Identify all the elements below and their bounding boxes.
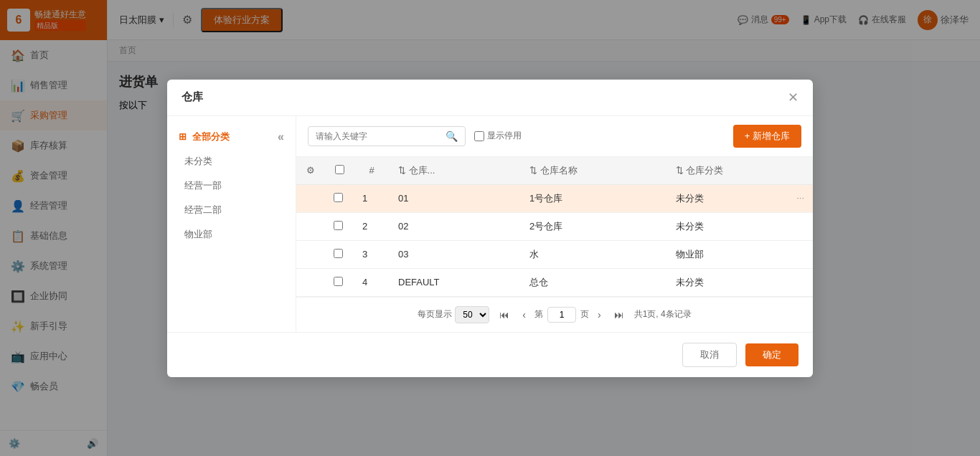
sort-icon3[interactable]: ⇅ [676, 165, 684, 176]
warehouse-dialog: 仓库 ✕ ⊞ 全部分类 « 未分类 经营一部 经营二部 物业部 [167, 80, 813, 377]
category-panel: ⊞ 全部分类 « 未分类 经营一部 经营二部 物业部 [167, 116, 296, 332]
row-check [325, 240, 354, 268]
category-item-property[interactable]: 物业部 [167, 222, 296, 247]
grid-icon: ⊞ [179, 131, 187, 142]
col-checkbox [325, 157, 354, 185]
dialog-header: 仓库 ✕ [167, 80, 813, 116]
row-name: 1号仓库 [521, 184, 666, 212]
row-num: 4 [354, 268, 390, 296]
row-code: 02 [390, 212, 521, 240]
row-checkbox-4[interactable] [334, 277, 343, 286]
show-disabled-checkbox[interactable] [474, 131, 484, 141]
row-category: 物业部 [667, 240, 813, 268]
more-icon[interactable]: ··· [796, 192, 804, 203]
row-gear [296, 184, 325, 212]
row-checkbox-2[interactable] [334, 221, 343, 230]
table-row[interactable]: 3 03 水 物业部 [296, 240, 813, 268]
show-disabled-label: 显示停用 [487, 130, 522, 142]
sort-icon[interactable]: ⇅ [398, 165, 406, 176]
row-name: 2号仓库 [521, 212, 666, 240]
sort-icon2[interactable]: ⇅ [529, 165, 537, 176]
category-item-unclassified[interactable]: 未分类 [167, 149, 296, 174]
page-nav: ⏮ ‹ 第 页 › ⏭ [495, 307, 628, 323]
row-category: 未分类 [667, 268, 813, 296]
dialog-footer: 取消 确定 [167, 332, 813, 377]
row-gear [296, 212, 325, 240]
search-icon[interactable]: 🔍 [446, 130, 458, 142]
col-category: ⇅ 仓库分类 [667, 157, 813, 185]
collapse-icon[interactable]: « [278, 130, 284, 143]
dialog-body: ⊞ 全部分类 « 未分类 经营一部 经营二部 物业部 🔍 [167, 116, 813, 332]
table-row[interactable]: 2 02 2号仓库 未分类 [296, 212, 813, 240]
per-page-label: 每页显示 [418, 308, 452, 320]
table-row[interactable]: 4 DEFAULT 总仓 未分类 [296, 268, 813, 296]
category-item-dept1[interactable]: 经营一部 [167, 174, 296, 198]
row-gear [296, 240, 325, 268]
row-check [325, 184, 354, 212]
close-icon[interactable]: ✕ [788, 90, 798, 105]
table-row[interactable]: 1 01 1号仓库 未分类 ··· [296, 184, 813, 212]
warehouse-toolbar: 🔍 显示停用 + 新增仓库 [296, 116, 813, 157]
dialog-title: 仓库 [182, 90, 203, 104]
pagination: 每页显示 50 ⏮ ‹ 第 页 › ⏭ 共1页, 4条记录 [296, 297, 813, 332]
row-name: 水 [521, 240, 666, 268]
last-page-button[interactable]: ⏭ [610, 308, 628, 322]
cancel-button[interactable]: 取消 [682, 343, 737, 367]
page-suffix: 页 [580, 308, 589, 320]
next-page-button[interactable]: › [593, 308, 606, 322]
all-category-header[interactable]: ⊞ 全部分类 « [167, 125, 296, 149]
row-code: 01 [390, 184, 521, 212]
row-check [325, 268, 354, 296]
row-gear [296, 268, 325, 296]
row-category: 未分类 ··· [667, 184, 813, 212]
select-all-checkbox[interactable] [335, 165, 344, 174]
first-page-button[interactable]: ⏮ [495, 308, 514, 322]
add-warehouse-button[interactable]: + 新增仓库 [733, 125, 801, 148]
warehouse-table: ⚙ # ⇅ 仓库... ⇅ 仓库名称 [296, 157, 813, 297]
row-name: 总仓 [521, 268, 666, 296]
row-num: 1 [354, 184, 390, 212]
col-num: # [354, 157, 390, 185]
per-page-select[interactable]: 50 [455, 306, 489, 323]
row-checkbox-3[interactable] [334, 249, 343, 258]
page-label: 第 [534, 308, 543, 320]
all-category-label: 全部分类 [192, 131, 230, 142]
col-name: ⇅ 仓库名称 [521, 157, 666, 185]
warehouse-panel: 🔍 显示停用 + 新增仓库 ⚙ [296, 116, 813, 332]
search-box: 🔍 [308, 126, 466, 146]
total-info: 共1页, 4条记录 [634, 308, 692, 320]
confirm-button[interactable]: 确定 [745, 343, 798, 366]
prev-page-button[interactable]: ‹ [518, 308, 530, 322]
row-checkbox-1[interactable] [334, 193, 343, 202]
search-input[interactable] [316, 131, 441, 141]
row-code: 03 [390, 240, 521, 268]
page-input[interactable] [547, 307, 576, 323]
row-num: 2 [354, 212, 390, 240]
row-category: 未分类 [667, 212, 813, 240]
category-item-dept2[interactable]: 经营二部 [167, 198, 296, 222]
row-code: DEFAULT [390, 268, 521, 296]
modal-overlay: 仓库 ✕ ⊞ 全部分类 « 未分类 经营一部 经营二部 物业部 [0, 0, 980, 456]
row-check [325, 212, 354, 240]
row-num: 3 [354, 240, 390, 268]
show-disabled-option: 显示停用 [474, 130, 522, 142]
col-settings: ⚙ [296, 157, 325, 185]
per-page-selector: 每页显示 50 [418, 306, 489, 323]
col-code: ⇅ 仓库... [390, 157, 521, 185]
